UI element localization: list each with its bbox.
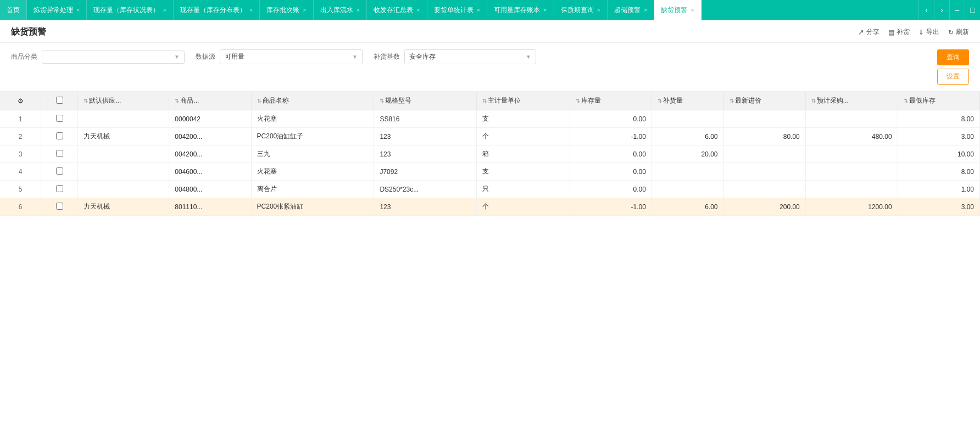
datasource-select[interactable]: 可用量 ▼ [220,49,363,64]
tab-prev-btn[interactable]: ‹ [918,0,934,20]
row-number-4: 4 [0,163,41,181]
col-min-stock[interactable]: ⇅最低库存 [898,92,979,110]
col-unit[interactable]: ⇅主计量单位 [476,92,570,110]
tab-close-shortage[interactable]: × [691,7,694,13]
select-all-checkbox[interactable] [56,97,63,104]
action-buttons: 查询 设置 [937,49,969,85]
latest-price-cell-4 [723,163,805,181]
tab-close-expiry[interactable]: × [597,7,600,13]
table-row: 6力天机械801110...PC200张紧油缸123个-1.006.00200.… [0,198,980,216]
row-checkbox-2[interactable] [41,128,78,145]
settings-button[interactable]: 设置 [937,69,969,85]
col-latest-price[interactable]: ⇅最新进价 [723,92,805,110]
col-gear[interactable]: ⚙ [0,92,41,110]
col-replenish-qty[interactable]: ⇅补货量 [652,92,723,110]
replenish-select[interactable]: 安全库存 ▼ [404,49,536,64]
page-header: 缺货预警 ↗ 分享 ▤ 补货 ⇓ 导出 ↻ 刷新 [0,20,980,43]
est-purchase-cell-1 [805,110,898,128]
replenish-qty-cell-6: 6.00 [652,198,723,216]
stock-cell-5: 0.00 [570,181,652,198]
latest-price-cell-1 [723,110,805,128]
stock-cell-1: 0.00 [570,110,652,128]
unit-cell-5: 只 [476,181,570,198]
row-checkbox-1[interactable] [41,110,78,128]
col-spec[interactable]: ⇅规格型号 [374,92,477,110]
row-checkbox-4[interactable] [41,163,78,181]
header-actions: ↗ 分享 ▤ 补货 ⇓ 导出 ↻ 刷新 [858,27,969,37]
min-stock-cell-4: 8.00 [898,163,979,181]
table-row: 10000042火花塞SS816支0.008.00 [0,110,980,128]
tab-shortage[interactable]: 缺货预警 × [654,0,701,20]
tab-minimize-btn[interactable]: – [949,0,965,20]
col-stock[interactable]: ⇅库存量 [570,92,652,110]
tab-close-overstock[interactable]: × [644,7,647,13]
tab-close-avail[interactable]: × [543,7,547,13]
tab-inventory-status[interactable]: 现存量（库存状况表） × [87,0,173,20]
tab-expiry[interactable]: 保质期查询 × [554,0,608,20]
row-checkbox-6[interactable] [41,198,78,216]
col-product-code[interactable]: ⇅商品... [169,92,251,110]
replenish-qty-cell-5 [652,181,723,198]
page-content: 缺货预警 ↗ 分享 ▤ 补货 ⇓ 导出 ↻ 刷新 商品分类 [0,20,980,437]
tab-close-inventory-dist[interactable]: × [249,7,253,13]
name-cell-2: PC200油缸缸子 [251,128,374,145]
tab-inout-flow[interactable]: 出入库流水 × [314,0,367,20]
gear-icon: ⚙ [18,97,24,105]
tab-batch-account[interactable]: 库存批次账 × [260,0,313,20]
tab-inventory-dist[interactable]: 现存量（库存分布表） × [174,0,260,20]
query-button[interactable]: 查询 [937,49,969,65]
category-select[interactable]: ▼ [42,51,185,64]
export-btn[interactable]: ⇓ 导出 [918,27,939,37]
tab-next-btn[interactable]: › [934,0,949,20]
supplier-cell-4 [78,163,169,181]
replenish-qty-cell-3: 20.00 [652,145,723,163]
col-checkbox-all[interactable] [41,92,78,110]
latest-price-cell-6: 200.00 [723,198,805,216]
tab-defect-processing[interactable]: 炼货异常处理 × [27,0,87,20]
table-body: 10000042火花塞SS816支0.008.002力天机械004200...P… [0,110,980,216]
refresh-btn[interactable]: ↻ 刷新 [948,27,969,37]
datasource-value-text: 可用量 [225,52,244,61]
tab-close-inout[interactable]: × [357,7,360,13]
tab-close-inventory-status[interactable]: × [163,7,166,13]
sort-icon-code: ⇅ [175,98,179,104]
latest-price-cell-5 [723,181,805,198]
col-est-purchase[interactable]: ⇅预计采购... [805,92,898,110]
tab-recv-summary[interactable]: 收发存汇总表 × [367,0,427,20]
tab-avail-ledger[interactable]: 可用量库存账本 × [487,0,554,20]
replenish-value-text: 安全库存 [409,52,436,61]
share-btn[interactable]: ↗ 分享 [858,27,879,37]
code-cell-1: 0000042 [169,110,251,128]
min-stock-cell-2: 3.00 [898,128,979,145]
tab-close-recv[interactable]: × [416,7,420,13]
datasource-label: 数据源 [196,52,215,61]
name-cell-4: 火花塞 [251,163,374,181]
tab-close-defect[interactable]: × [76,7,80,13]
datasource-filter-group: 数据源 可用量 ▼ [196,49,363,64]
name-cell-1: 火花塞 [251,110,374,128]
replenish-qty-cell-1 [652,110,723,128]
est-purchase-cell-4 [805,163,898,181]
row-checkbox-5[interactable] [41,181,78,198]
share-icon: ↗ [858,28,864,36]
sort-icon-unit: ⇅ [482,98,487,104]
tab-overstock[interactable]: 超储预警 × [608,0,654,20]
tab-order-stats[interactable]: 要货单统计表 × [427,0,487,20]
tab-maximize-btn[interactable]: □ [965,0,980,20]
unit-cell-4: 支 [476,163,570,181]
tab-home[interactable]: 首页 [0,0,27,20]
tab-nav-controls: ‹ › – □ [918,0,980,20]
spec-cell-1: SS816 [374,110,477,128]
tab-close-order[interactable]: × [477,7,480,13]
unit-cell-1: 支 [476,110,570,128]
replenish-btn[interactable]: ▤ 补货 [888,27,910,37]
replenish-dropdown-icon: ▼ [526,54,531,60]
tab-close-batch[interactable]: × [303,7,306,13]
col-default-supplier[interactable]: ⇅默认供应... [78,92,169,110]
filter-row: 商品分类 ▼ 数据源 可用量 ▼ 补货基数 安全库存 ▼ [11,49,926,64]
replenish-filter-group: 补货基数 安全库存 ▼ [374,49,536,64]
col-product-name[interactable]: ⇅商品名称 [251,92,374,110]
row-checkbox-3[interactable] [41,145,78,163]
replenish-icon: ▤ [888,29,894,36]
category-select-text [47,53,48,61]
